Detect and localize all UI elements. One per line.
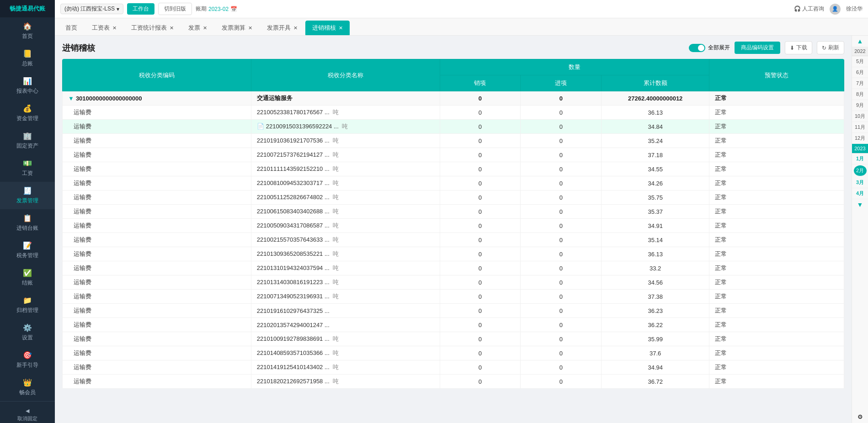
table-row[interactable]: 运输费 22100721573762194127 ... 吨 0 0 37.18… <box>63 148 844 162</box>
customer-service[interactable]: 🎧 人工咨询 <box>794 5 824 13</box>
settle-icon: ✅ <box>23 269 32 277</box>
tab-home[interactable]: 首页 <box>59 21 84 35</box>
table-row[interactable]: 运输费 22100523381780176567 ... 吨 0 0 36.13… <box>63 106 844 120</box>
calendar-up-nav[interactable]: ▲ <box>852 36 868 47</box>
sidebar-item-home[interactable]: 🏠首页 <box>0 17 55 45</box>
item-sales: 0 <box>440 318 521 332</box>
pin-sidebar-btn[interactable]: ◀ 取消固定 <box>0 405 55 423</box>
sidebar-item-salary[interactable]: 💵工资 <box>0 154 55 182</box>
refresh-button[interactable]: ↻ 刷新 <box>817 41 844 54</box>
cal-month[interactable]: 9月 <box>852 100 868 111</box>
tab-invoice[interactable]: 发票✕ <box>181 21 214 35</box>
tab-salary-table[interactable]: 工资表✕ <box>85 21 123 35</box>
table-row[interactable]: 运输费 22101408593571035366 ... 吨 0 0 37.6 … <box>63 346 844 360</box>
sidebar-item-member[interactable]: 👑畅会员 <box>0 374 55 401</box>
table-row[interactable]: 运输费 📄22100915031396592224 ... 吨 0 0 34.8… <box>63 120 844 134</box>
sidebar-item-settle[interactable]: ✅结账 <box>0 264 55 291</box>
sidebar-item-assets[interactable]: 🏢固定资产 <box>0 127 55 154</box>
sidebar-item-settings[interactable]: ⚙️设置 <box>0 319 55 346</box>
sidebar-item-capital[interactable]: 💰资金管理 <box>0 100 55 127</box>
cal-month[interactable]: 8月 <box>852 89 868 100</box>
tab-salary-stat[interactable]: 工资统计报表✕ <box>124 21 181 35</box>
table-row[interactable]: 运输费 22101910361921707536 ... 吨 0 0 35.24… <box>63 134 844 148</box>
sidebar-item-sales[interactable]: 📋进销台账 <box>0 209 55 237</box>
cal-month[interactable]: 1月 <box>852 153 868 164</box>
sidebar-item-archive[interactable]: 📁归档管理 <box>0 291 55 319</box>
close-tab-reconcile[interactable]: ✕ <box>339 25 343 31</box>
item-purchase: 0 <box>521 106 602 120</box>
item-cumulative: 35.99 <box>602 332 709 346</box>
item-cumulative: 35.37 <box>602 205 709 219</box>
table-row[interactable]: 运输费 22101314030816191223 ... 吨 0 0 34.56… <box>63 275 844 290</box>
item-name: 运输费 <box>63 219 251 233</box>
table-row[interactable]: 运输费 22101310194324037594 ... 吨 0 0 33.2 … <box>63 261 844 275</box>
tab-reconcile[interactable]: 进销稽核✕ <box>305 21 350 35</box>
table-row[interactable]: 运输费 22101916102976437325 ... 0 0 36.23 正… <box>63 304 844 318</box>
switch-version-button[interactable]: 切到旧版 <box>158 3 192 15</box>
cal-month[interactable]: 6月 <box>852 67 868 78</box>
toggle-track[interactable] <box>689 44 705 52</box>
table-row[interactable]: 运输费 22100713490523196931 ... 吨 0 0 37.38… <box>63 290 844 304</box>
group-cumulative: 27262.40000000012 <box>602 91 709 106</box>
item-purchase: 0 <box>521 190 602 205</box>
table-row[interactable]: 运输费 22102013574294001247 ... 0 0 36.22 正… <box>63 318 844 332</box>
table-row[interactable]: 运输费 22101820212692571958 ... 吨 0 0 36.72… <box>63 375 844 389</box>
invoice-icon: 🧾 <box>23 186 32 195</box>
sidebar-item-ledger[interactable]: 📒总账 <box>0 45 55 72</box>
close-tab-invoice[interactable]: ✕ <box>203 25 207 31</box>
item-sales: 0 <box>440 190 521 205</box>
table-row[interactable]: 运输费 22101009192789838691 ... 吨 0 0 35.99… <box>63 332 844 346</box>
cal-settings-icon[interactable]: ⚙ <box>852 411 868 423</box>
download-button[interactable]: ⬇ 下载 <box>785 41 812 54</box>
item-name: 运输费 <box>63 162 251 176</box>
cal-month[interactable]: 11月 <box>852 122 868 133</box>
expand-toggle[interactable]: 全部展开 <box>689 44 730 52</box>
calendar-down-nav[interactable]: ▼ <box>852 199 868 210</box>
sidebar-item-invoice[interactable]: 🧾发票管理 <box>0 182 55 209</box>
table-row[interactable]: 运输费 22101309365208535221 ... 吨 0 0 36.13… <box>63 247 844 261</box>
table-row[interactable]: 运输费 22100810094532303717 ... 吨 0 0 34.26… <box>63 176 844 190</box>
close-tab-salary-stat[interactable]: ✕ <box>170 25 174 31</box>
table-row[interactable]: 运输费 22100215570357643633 ... 吨 0 0 35.14… <box>63 233 844 247</box>
cal-month[interactable]: 5月 <box>852 56 868 67</box>
cal-month[interactable]: 4月 <box>852 188 868 199</box>
table-row: ▼30100000000000000000 交通运输服务 0 0 27262.4… <box>63 91 844 106</box>
tab-invoice-open[interactable]: 发票开具✕ <box>260 21 304 35</box>
company-selector[interactable]: (勿动) 江西报宝-LSS ▾ <box>60 4 123 14</box>
cal-month[interactable]: 10月 <box>852 111 868 122</box>
table-row[interactable]: 运输费 22101419125410143402 ... 吨 0 0 34.94… <box>63 360 844 375</box>
workbench-button[interactable]: 工作台 <box>127 3 154 15</box>
sidebar-item-tax[interactable]: 📝税务管理 <box>0 237 55 264</box>
sidebar-item-report[interactable]: 📊报表中心 <box>0 72 55 100</box>
sidebar-item-guide[interactable]: 🎯新手引导 <box>0 346 55 374</box>
item-invoice: 22101314030816191223 ... 吨 <box>251 275 440 290</box>
settings-icon: ⚙️ <box>23 323 32 332</box>
item-purchase: 0 <box>521 275 602 290</box>
cal-active-month[interactable]: 2月 <box>854 165 867 176</box>
item-status: 正常 <box>709 275 844 290</box>
cal-month[interactable]: 7月 <box>852 78 868 89</box>
table-row[interactable]: 运输费 22101111143592152210 ... 吨 0 0 34.55… <box>63 162 844 176</box>
item-sales: 0 <box>440 261 521 275</box>
item-name: 运输费 <box>63 148 251 162</box>
table-row[interactable]: 运输费 22100511252826674802 ... 吨 0 0 35.75… <box>63 190 844 205</box>
refresh-icon: ↻ <box>822 45 826 51</box>
table-row[interactable]: 运输费 22100615083403402688 ... 吨 0 0 35.37… <box>63 205 844 219</box>
item-status: 正常 <box>709 134 844 148</box>
item-status: 正常 <box>709 360 844 375</box>
file-icon: 📄 <box>257 123 264 130</box>
settings-button[interactable]: 商品编码设置 <box>735 42 780 54</box>
close-tab-invoice-calc[interactable]: ✕ <box>248 25 252 31</box>
tab-invoice-calc[interactable]: 发票测算✕ <box>215 21 259 35</box>
item-cumulative: 34.26 <box>602 176 709 190</box>
close-tab-invoice-open[interactable]: ✕ <box>293 25 298 31</box>
close-tab-salary-table[interactable]: ✕ <box>112 25 117 31</box>
calendar-icon[interactable]: 📅 <box>230 6 237 12</box>
cal-month[interactable]: 3月 <box>852 177 868 188</box>
group-status: 正常 <box>709 91 844 106</box>
item-name: 运输费 <box>63 261 251 275</box>
table-row[interactable]: 运输费 22100509034317086587 ... 吨 0 0 34.91… <box>63 219 844 233</box>
item-invoice: 22101009192789838691 ... 吨 <box>251 332 440 346</box>
item-name: 运输费 <box>63 247 251 261</box>
cal-month[interactable]: 12月 <box>852 133 868 144</box>
